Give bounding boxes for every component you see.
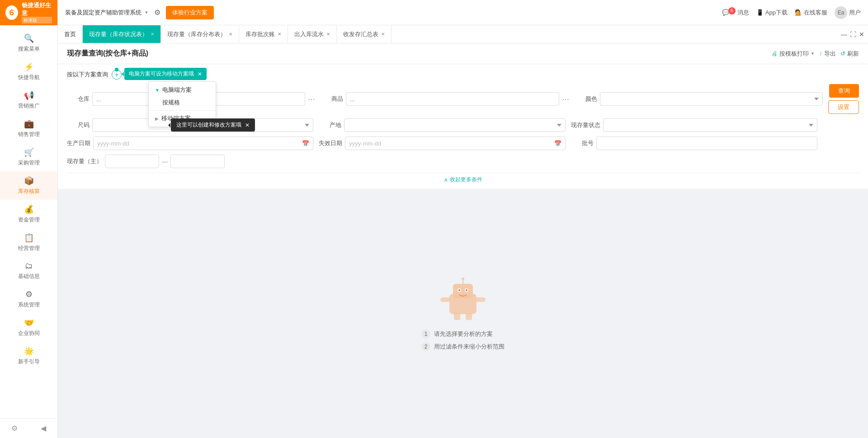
collapse-btn[interactable]: ∧ 收起更多条件 bbox=[444, 176, 482, 184]
scheme-tree-item-spec[interactable]: 按规格 bbox=[149, 96, 216, 109]
sidebar-item-inventory[interactable]: 📦 库存核算 bbox=[0, 171, 57, 200]
tab-right-buttons: — ⛶ ✕ bbox=[837, 25, 868, 43]
tab-batch-ledger-close[interactable]: ✕ bbox=[278, 32, 281, 37]
print-template-btn[interactable]: 🖨 按模板打印 ▼ bbox=[772, 50, 815, 58]
tab-minimize-btn[interactable]: — bbox=[841, 31, 847, 38]
tab-inventory-dist-close[interactable]: ✕ bbox=[229, 32, 232, 37]
expiry-date-input[interactable]: yyyy-mm-dd 📅 bbox=[345, 137, 565, 150]
header-settings-btn[interactable]: ⚙ bbox=[154, 8, 160, 17]
sidebar-item-label: 经营管理 bbox=[18, 245, 40, 252]
footer-settings-btn[interactable]: ⚙ bbox=[11, 424, 18, 433]
tab-inventory-status-close[interactable]: ✕ bbox=[151, 32, 154, 37]
sidebar-item-sales[interactable]: 💼 销售管理 bbox=[0, 114, 57, 143]
sidebar-item-guide[interactable]: 🌟 新手引导 bbox=[0, 342, 57, 370]
svg-point-5 bbox=[466, 289, 467, 291]
step-2-text: 用过滤条件来缩小分析范围 bbox=[434, 343, 505, 351]
sidebar-item-purchase[interactable]: 🛒 采购管理 bbox=[0, 143, 57, 171]
svg-rect-8 bbox=[454, 313, 460, 320]
svg-point-4 bbox=[458, 289, 460, 291]
scheme-divider bbox=[149, 110, 216, 111]
empty-svg bbox=[436, 276, 490, 321]
sidebar-item-label: 系统管理 bbox=[18, 301, 40, 309]
export-btn[interactable]: ↑ 导出 bbox=[820, 50, 836, 58]
color-select[interactable] bbox=[600, 92, 823, 106]
search-button[interactable]: 查询 bbox=[829, 84, 859, 98]
page-title: 现存量查询(按仓库+商品) bbox=[67, 49, 148, 58]
tab-receive-summary[interactable]: 收发存汇总表 ✕ bbox=[337, 25, 392, 43]
tab-maximize-btn[interactable]: ⛶ bbox=[850, 31, 856, 38]
warehouse-dots[interactable]: ⋯ bbox=[308, 95, 315, 104]
sidebar-item-operations[interactable]: 📋 经营管理 bbox=[0, 228, 57, 257]
system-selector[interactable]: 装备及固定资产辅助管理系统 ▼ bbox=[65, 9, 149, 17]
stock-main-max-input[interactable] bbox=[170, 155, 225, 168]
system-selector-chevron: ▼ bbox=[144, 10, 149, 15]
sidebar-footer: ⚙ ◀ bbox=[0, 418, 57, 438]
edit-tooltip: 这里可以创建和修改方案哦 ✕ bbox=[171, 118, 255, 132]
edit-tooltip-close[interactable]: ✕ bbox=[245, 122, 250, 128]
tab-inventory-dist[interactable]: 现存量（库存分布表） ✕ bbox=[161, 25, 239, 43]
goods-input[interactable] bbox=[346, 92, 559, 106]
expiry-date-label: 失效日期 bbox=[319, 139, 342, 147]
app-download-label: App下载 bbox=[765, 9, 788, 17]
message-label: 消息 bbox=[737, 9, 749, 17]
step-num-1: 1 bbox=[421, 330, 430, 339]
batch-input[interactable] bbox=[596, 137, 817, 150]
settings-button[interactable]: 设置 bbox=[828, 100, 859, 114]
tab-in-out-flow[interactable]: 出入库流水 ✕ bbox=[288, 25, 337, 43]
tab-close-btn[interactable]: ✕ bbox=[859, 31, 864, 38]
tab-home[interactable]: 首页 bbox=[58, 25, 83, 43]
refresh-label: 刷新 bbox=[847, 50, 859, 58]
svg-rect-6 bbox=[440, 297, 450, 302]
sidebar-item-marketing[interactable]: 📢 营销推广 bbox=[0, 86, 57, 114]
manufacture-date-input[interactable]: yyyy-mm-dd 📅 bbox=[93, 137, 313, 150]
sidebar-item-basic[interactable]: 🗂 基础信息 bbox=[0, 257, 57, 285]
scheme-tree-item-desktop[interactable]: ▼ 电脑端方案 bbox=[149, 84, 216, 96]
batch-group: 批号 bbox=[571, 137, 817, 150]
collapse-label: 收起更多条件 bbox=[450, 176, 482, 184]
color-group: 颜色 bbox=[575, 92, 823, 106]
goods-dots[interactable]: ⋯ bbox=[562, 95, 569, 104]
expiry-date-group: 失效日期 yyyy-mm-dd 📅 bbox=[319, 137, 565, 150]
refresh-btn[interactable]: ↺ 刷新 bbox=[840, 50, 859, 58]
messages-item[interactable]: 💬 6 消息 bbox=[722, 9, 749, 17]
manufacture-date-label: 生产日期 bbox=[67, 139, 90, 147]
calendar-icon-2: 📅 bbox=[554, 140, 561, 147]
footer-collapse-btn[interactable]: ◀ bbox=[41, 424, 46, 433]
message-badge: 6 bbox=[728, 7, 736, 14]
sidebar-item-enterprise[interactable]: 🤝 企业协同 bbox=[0, 313, 57, 342]
sidebar-item-finance[interactable]: 💰 资金管理 bbox=[0, 200, 57, 228]
sidebar-item-search[interactable]: 🔍 搜索菜单 bbox=[0, 29, 57, 57]
page-header-actions: 🖨 按模板打印 ▼ ↑ 导出 ↺ 刷新 bbox=[772, 50, 859, 58]
tab-inventory-status-label: 现存量（库存状况表） bbox=[89, 30, 148, 38]
tab-in-out-flow-close[interactable]: ✕ bbox=[326, 32, 330, 37]
svg-rect-9 bbox=[466, 313, 472, 320]
add-scheme-wrapper: + 电脑方案可设为移动方案哦 ✕ bbox=[112, 70, 122, 80]
sidebar-logo: 6 畅捷通好生意 标准版 bbox=[0, 0, 57, 25]
sidebar-item-quick-nav[interactable]: ⚡ 快捷导航 bbox=[0, 57, 57, 86]
app-download-item[interactable]: 📱 App下载 bbox=[756, 9, 788, 17]
step-1-text: 请先选择要分析的方案 bbox=[434, 330, 493, 338]
empty-state: 1 请先选择要分析的方案 2 用过滤条件来缩小分析范围 bbox=[58, 189, 868, 438]
stock-main-min-input[interactable] bbox=[105, 155, 159, 168]
filter-row-4: 现存量（主） — bbox=[67, 155, 859, 168]
origin-select[interactable] bbox=[344, 118, 565, 132]
online-support-item[interactable]: 💁 在线客服 bbox=[795, 9, 827, 17]
expiry-date-value: yyyy-mm-dd bbox=[349, 140, 381, 147]
search-icon: 🔍 bbox=[24, 33, 34, 43]
tab-batch-ledger[interactable]: 库存批次账 ✕ bbox=[239, 25, 288, 43]
stock-status-select[interactable] bbox=[603, 118, 817, 132]
color-label: 颜色 bbox=[575, 95, 597, 103]
guide-icon: 🌟 bbox=[24, 346, 34, 356]
sidebar-item-label: 销售管理 bbox=[18, 131, 40, 138]
phone-icon: 📱 bbox=[756, 9, 764, 16]
trial-button[interactable]: 体验行业方案 bbox=[166, 6, 214, 19]
online-support-label: 在线客服 bbox=[804, 9, 827, 17]
tab-receive-summary-close[interactable]: ✕ bbox=[381, 32, 385, 37]
print-label: 按模板打印 bbox=[779, 50, 809, 58]
add-tooltip-close[interactable]: ✕ bbox=[198, 71, 202, 77]
tab-in-out-flow-label: 出入库流水 bbox=[294, 30, 324, 38]
user-item[interactable]: Ea 用户 bbox=[835, 6, 861, 19]
sidebar-item-system[interactable]: ⚙ 系统管理 bbox=[0, 285, 57, 313]
tab-inventory-status[interactable]: 现存量（库存状况表） ✕ bbox=[83, 25, 161, 43]
tree-expand-icon: ▼ bbox=[155, 88, 160, 93]
